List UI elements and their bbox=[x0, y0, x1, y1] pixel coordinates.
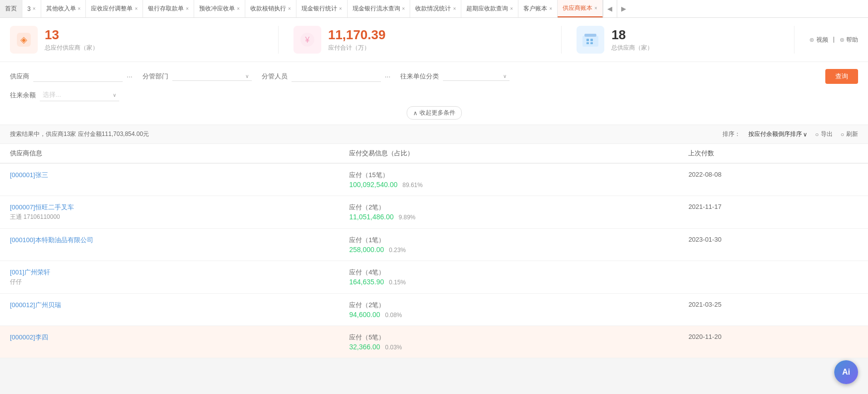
supplier-sub: 王通 17106110000 bbox=[10, 213, 349, 221]
nav-bank-deposit[interactable]: 银行存取款单 × bbox=[143, 0, 194, 17]
tx-pct: 0.08% bbox=[385, 312, 402, 319]
nav-cash-stats[interactable]: 现金银行统计 × bbox=[296, 0, 348, 17]
table-row: [000007]恒旺二手叉车 王通 17106110000 应付（2笔） 11,… bbox=[0, 196, 868, 229]
sort-select[interactable]: 按应付余额倒序排序 ∨ bbox=[748, 130, 807, 138]
tx-amount[interactable]: 258,000.00 bbox=[349, 246, 384, 254]
collapse-button[interactable]: ∧ 收起更多条件 bbox=[407, 106, 462, 120]
total-suppliers-content: 18 总供应商（家） bbox=[611, 27, 653, 52]
supplier-link[interactable]: [000002]李四 bbox=[10, 333, 48, 341]
balance-arrow-icon: ∨ bbox=[113, 92, 116, 98]
last-pay-date: 2020-11-20 bbox=[688, 333, 858, 340]
nav-cash-flow[interactable]: 现金银行流水查询 × bbox=[348, 0, 411, 17]
refresh-button[interactable]: ○ 刷新 bbox=[841, 130, 858, 138]
close-other-income[interactable]: × bbox=[78, 6, 81, 11]
close-customer-ledger[interactable]: × bbox=[549, 6, 552, 11]
tx-row: 164,635.90 0.15% bbox=[349, 277, 688, 286]
svg-rect-7 bbox=[590, 39, 593, 41]
nav-collection-stats[interactable]: 收款情况统计 × bbox=[410, 0, 461, 17]
col-supplier-info: 供应商信息 bbox=[10, 149, 349, 158]
supplier-link[interactable]: [000012]广州贝瑞 bbox=[10, 301, 61, 309]
nav-home[interactable]: 首页 bbox=[0, 0, 22, 17]
close-bank-deposit[interactable]: × bbox=[186, 6, 189, 11]
supplier-filter-input[interactable] bbox=[33, 71, 123, 82]
tx-amount[interactable]: 32,366.00 bbox=[349, 343, 380, 351]
nav-customer-ledger[interactable]: 客户账本 × bbox=[518, 0, 558, 17]
nav-receipt-exec[interactable]: 收款核销执行 × bbox=[245, 0, 296, 17]
help-link[interactable]: ⊙ 帮助 bbox=[840, 36, 858, 44]
tx-amount[interactable]: 11,051,486.00 bbox=[349, 213, 394, 221]
sort-label: 排序： bbox=[723, 130, 740, 138]
col-tx-info: 应付交易信息（占比） bbox=[349, 149, 688, 158]
supplier-link[interactable]: [000007]恒旺二手叉车 bbox=[10, 203, 74, 211]
close-cash-flow[interactable]: × bbox=[402, 6, 405, 11]
summary-card-payable-total: ¥ 11,170.39 应付合计（万） bbox=[293, 26, 562, 54]
svg-text:¥: ¥ bbox=[304, 36, 309, 44]
export-button[interactable]: ○ 导出 bbox=[815, 130, 833, 138]
balance-filter-label: 往来余额 bbox=[10, 91, 36, 100]
col-last-pay: 上次付数 bbox=[688, 149, 858, 158]
tx-label: 应付（1笔） bbox=[349, 236, 688, 245]
filter-supplier: 供应商 ··· bbox=[10, 71, 133, 82]
tx-pct: 89.61% bbox=[403, 182, 423, 189]
table-header: 供应商信息 应付交易信息（占比） 上次付数 bbox=[0, 144, 868, 164]
tx-pct: 0.15% bbox=[389, 279, 406, 286]
svg-rect-8 bbox=[586, 42, 589, 44]
table-row: [000001]张三 应付（15笔） 100,092,540.00 89.61%… bbox=[0, 164, 868, 196]
query-button[interactable]: 查询 bbox=[825, 69, 858, 84]
tx-amount[interactable]: 100,092,540.00 bbox=[349, 181, 397, 189]
export-label: 导出 bbox=[821, 130, 833, 138]
table-row: [000012]广州贝瑞 应付（2笔） 94,600.00 0.08% 2021… bbox=[0, 294, 868, 326]
supplier-link[interactable]: [000100]本特勤油品有限公司 bbox=[10, 236, 93, 244]
filter-row-2: 往来余额 选择... ∨ bbox=[10, 89, 858, 101]
supplier-info-cell: [000007]恒旺二手叉车 王通 17106110000 bbox=[10, 203, 349, 221]
nav-other-income[interactable]: 其他收入单 × bbox=[41, 0, 86, 17]
person-filter-dots[interactable]: ··· bbox=[385, 72, 391, 80]
close-ar-ap-adjust[interactable]: × bbox=[135, 6, 138, 11]
close-receipt-exec[interactable]: × bbox=[288, 6, 291, 11]
nav-next-arrow[interactable]: ▶ bbox=[617, 0, 631, 17]
summary-card-suppliers-payable: ◈ 13 总应付供应商（家） bbox=[10, 26, 279, 54]
export-icon: ○ bbox=[815, 131, 819, 138]
svg-rect-6 bbox=[586, 39, 589, 41]
close-collection-stats[interactable]: × bbox=[453, 6, 456, 11]
close-supplier-ledger[interactable]: × bbox=[594, 5, 597, 11]
payable-total-icon: ¥ bbox=[293, 26, 321, 54]
filter-category: 往来单位分类 ∨ bbox=[400, 72, 509, 81]
tx-row: 11,051,486.00 9.89% bbox=[349, 212, 688, 221]
svg-rect-4 bbox=[582, 36, 598, 47]
supplier-filter-dots[interactable]: ··· bbox=[127, 72, 133, 80]
nav-prev-arrow[interactable]: ◀ bbox=[603, 0, 617, 17]
balance-filter-select[interactable]: 选择... ∨ bbox=[40, 89, 119, 101]
nav-supplier-ledger[interactable]: 供应商账本 × bbox=[558, 0, 603, 17]
collapse-icon: ∧ bbox=[413, 110, 418, 117]
supplier-link[interactable]: [001]广州荣轩 bbox=[10, 268, 50, 276]
person-filter-input[interactable] bbox=[291, 71, 381, 82]
table-row: [000100]本特勤油品有限公司 应付（1笔） 258,000.00 0.23… bbox=[0, 229, 868, 261]
payable-total-label: 应付合计（万） bbox=[328, 44, 386, 52]
nav-tab3[interactable]: 3 × bbox=[22, 0, 41, 17]
tx-amount[interactable]: 94,600.00 bbox=[349, 311, 380, 319]
nav-overdue-ar[interactable]: 超期应收款查询 × bbox=[461, 0, 518, 17]
category-filter-select[interactable]: ∨ bbox=[443, 72, 509, 81]
supplier-link[interactable]: [000001]张三 bbox=[10, 171, 48, 179]
nav-pre-collect[interactable]: 预收冲应收单 × bbox=[194, 0, 245, 17]
total-suppliers-label: 总供应商（家） bbox=[611, 44, 653, 52]
tx-row: 94,600.00 0.08% bbox=[349, 310, 688, 319]
close-overdue-ar[interactable]: × bbox=[510, 6, 513, 11]
supplier-sub: 仔仔 bbox=[10, 278, 349, 286]
video-link[interactable]: ⊙ 视频 bbox=[809, 36, 828, 44]
tx-label: 应付（5笔） bbox=[349, 333, 688, 342]
close-pre-collect[interactable]: × bbox=[237, 6, 240, 11]
tx-pct: 9.89% bbox=[399, 214, 416, 221]
close-tab3[interactable]: × bbox=[33, 6, 36, 11]
total-suppliers-number: 18 bbox=[611, 27, 653, 43]
tx-amount[interactable]: 164,635.90 bbox=[349, 278, 384, 286]
nav-ar-ap-adjust[interactable]: 应收应付调整单 × bbox=[86, 0, 143, 17]
supplier-table: 供应商信息 应付交易信息（占比） 上次付数 [000001]张三 应付（15笔）… bbox=[0, 144, 868, 358]
tx-info-cell: 应付（15笔） 100,092,540.00 89.61% bbox=[349, 171, 688, 189]
refresh-icon: ○ bbox=[841, 131, 844, 138]
suppliers-payable-label: 总应付供应商（家） bbox=[45, 44, 98, 52]
close-cash-stats[interactable]: × bbox=[339, 6, 342, 11]
tx-row: 258,000.00 0.23% bbox=[349, 245, 688, 254]
dept-filter-select[interactable]: ∨ bbox=[172, 72, 252, 81]
